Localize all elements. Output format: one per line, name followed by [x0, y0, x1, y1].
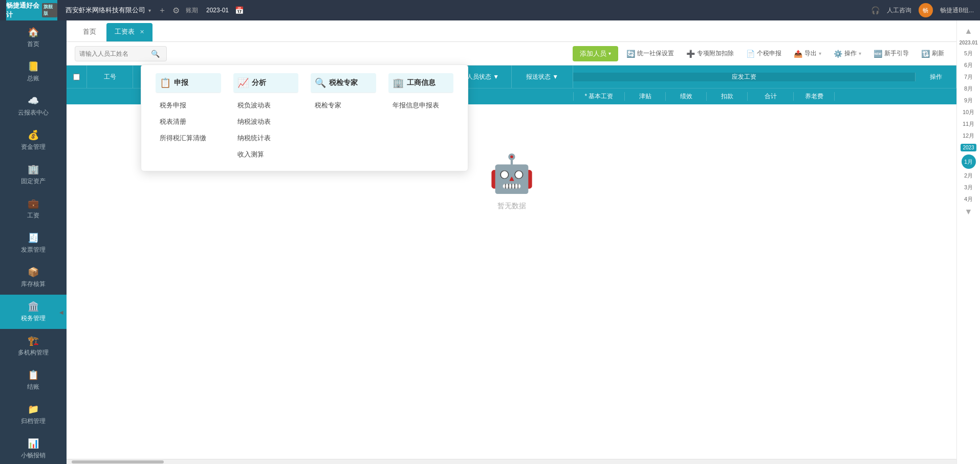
panel-down-arrow[interactable]: ▼ [963, 205, 975, 218]
sidebar-label-archive: 归档管理 [21, 417, 46, 426]
sidebar-label-fund: 资金管理 [21, 143, 46, 151]
sidebar-item-close-accounts[interactable]: 📋 结账 [0, 363, 67, 397]
th-checkbox[interactable] [67, 65, 87, 88]
popup-item-tax-expert[interactable]: 税检专家 [311, 97, 376, 114]
popup-item-income-calc[interactable]: 收入测算 [233, 146, 299, 163]
chevron-down-icon: ▾ [148, 8, 151, 13]
content-area: 首页 工资表 ✕ 🔍 添加人员 ▾ 🔄 统一社保设置 [67, 20, 956, 464]
sidebar-item-multi-org[interactable]: 🏗️ 多机构管理 [0, 329, 67, 363]
sidebar-item-archive[interactable]: 📁 归档管理 [0, 397, 67, 432]
popup-section-business: 🏢 工商信息 年报信息申报表 [382, 73, 460, 163]
fund-icon: 💰 [28, 129, 39, 141]
guide-btn[interactable]: 🆕 新手引导 [869, 47, 913, 60]
scrollbar[interactable] [67, 459, 956, 464]
popup-item-income-tax-clear[interactable]: 所得税汇算清缴 [156, 130, 221, 146]
help-label[interactable]: 人工咨询 [887, 6, 911, 15]
close-accounts-icon: 📋 [28, 369, 39, 381]
sidebar-label-assets: 固定资产 [21, 177, 46, 186]
month-2[interactable]: 2月 [957, 170, 980, 182]
month-11[interactable]: 11月 [957, 118, 980, 130]
top-bar-right: 🎧 人工咨询 畅 畅捷通B组... [871, 3, 974, 17]
popup-item-tax-declare[interactable]: 税务申报 [156, 97, 221, 114]
sidebar-item-fund[interactable]: 💰 资金管理 [0, 123, 67, 158]
sidebar-item-inventory[interactable]: 📦 库存核算 [0, 260, 67, 295]
export-btn[interactable]: 📤 导出 ▾ [790, 47, 825, 60]
declare-icon: 📋 [160, 77, 171, 89]
popup-item-tax-burden[interactable]: 税负波动表 [233, 97, 299, 114]
unified-social-security-btn[interactable]: 🔄 统一社保设置 [622, 47, 678, 60]
top-bar: 畅捷通好会计 旗舰版 西安虾米网络科技有限公司 ▾ ＋ ⚙ 账期 2023-01… [0, 0, 980, 20]
app-logo: 畅捷通好会计 旗舰版 [6, 0, 57, 20]
user-name[interactable]: 畅捷通B组... [940, 6, 974, 15]
popup-item-tax-stats[interactable]: 纳税统计表 [233, 130, 299, 146]
month-6[interactable]: 6月 [957, 59, 980, 71]
business-icon: 🏢 [393, 77, 404, 89]
popup-section-expert: 🔍 税检专家 税检专家 [304, 73, 382, 163]
settings-icon[interactable]: ⚙ [172, 6, 180, 15]
ledger-icon: 📒 [28, 61, 39, 72]
popup-section-title-business: 🏢 工商信息 [388, 73, 454, 93]
sidebar-label-home: 首页 [27, 40, 39, 49]
add-icon[interactable]: ＋ [158, 5, 166, 16]
popup-item-annual-report[interactable]: 年报信息申报表 [388, 97, 454, 114]
operation-btn[interactable]: ⚙️ 操作 ▾ [830, 47, 865, 60]
sidebar-label-close-accounts: 结账 [27, 383, 39, 391]
sidebar-label-inventory: 库存核算 [21, 280, 46, 289]
month-12[interactable]: 12月 [957, 130, 980, 142]
analysis-icon: 📈 [237, 77, 249, 89]
th-op: 操作 [916, 65, 956, 88]
sidebar-label-multi-org: 多机构管理 [18, 348, 49, 357]
individual-tax-icon: 📄 [746, 50, 755, 58]
social-security-icon: 🔄 [626, 50, 635, 58]
sidebar-item-assets[interactable]: 🏢 固定资产 [0, 158, 67, 192]
month-9[interactable]: 9月 [957, 95, 980, 106]
month-7[interactable]: 7月 [957, 71, 980, 83]
month-4[interactable]: 4月 [957, 193, 980, 205]
sidebar-item-expense[interactable]: 📊 小畅报销 [0, 432, 67, 464]
popup-item-tax-form[interactable]: 税表清册 [156, 114, 221, 130]
special-deduction-btn[interactable]: ➕ 专项附加扣除 [682, 47, 738, 60]
tab-home[interactable]: 首页 [75, 23, 104, 41]
popup-item-tax-payment[interactable]: 纳税波动表 [233, 114, 299, 130]
scroll-thumb[interactable] [72, 460, 164, 463]
month-5[interactable]: 5月 [957, 48, 980, 59]
top-bar-actions: ＋ ⚙ 账期 2023-01 📅 [158, 5, 244, 16]
archive-icon: 📁 [28, 404, 39, 415]
th-report-status: 报送状态 ▼ [512, 65, 573, 88]
sidebar-item-invoice[interactable]: 🧾 发票管理 [0, 226, 67, 260]
refresh-icon: 🔃 [921, 50, 930, 58]
add-person-button[interactable]: 添加人员 ▾ [573, 46, 618, 61]
dropdown-popup: 📋 申报 税务申报 税表清册 所得税汇算清缴 📈 分析 税负波动表 纳税波动表 … [141, 64, 468, 171]
guide-toolbar-icon: 🆕 [874, 50, 882, 58]
tab-salary[interactable]: 工资表 ✕ [106, 23, 153, 41]
sidebar-item-home[interactable]: 🏠 首页 [0, 20, 67, 55]
month-10[interactable]: 10月 [957, 106, 980, 118]
month-3[interactable]: 3月 [957, 182, 980, 193]
sidebar-item-ledger[interactable]: 📒 总账 [0, 55, 67, 89]
export-chevron-icon: ▾ [819, 51, 821, 56]
calendar-icon[interactable]: 📅 [235, 6, 244, 14]
sidebar-item-salary[interactable]: 💼 工资 [0, 192, 67, 226]
multi-org-icon: 🏗️ [28, 335, 39, 346]
search-input[interactable] [79, 50, 151, 57]
month-8[interactable]: 8月 [957, 83, 980, 95]
right-panel: ▲ 2023.01 5月 6月 7月 8月 9月 10月 11月 12月 202… [956, 20, 980, 464]
individual-tax-btn[interactable]: 📄 个税申报 [742, 47, 786, 60]
expense-icon: 📊 [28, 438, 39, 449]
month-1-active[interactable]: 1月 [962, 154, 976, 169]
th-id: 工号 [87, 65, 133, 88]
sidebar-item-cloud-report[interactable]: ☁️ 云报表中心 [0, 89, 67, 123]
cloud-icon: ☁️ [28, 95, 39, 106]
select-all-checkbox[interactable] [73, 74, 80, 80]
search-icon: 🔍 [151, 50, 160, 58]
th-pension: 养老费 [794, 92, 835, 101]
sidebar-label-salary: 工资 [27, 211, 39, 220]
popup-section-title-expert: 🔍 税检专家 [311, 73, 376, 93]
refresh-btn[interactable]: 🔃 刷新 [917, 47, 948, 60]
tab-close-icon[interactable]: ✕ [140, 29, 144, 35]
special-deduction-icon: ➕ [686, 50, 695, 58]
company-selector[interactable]: 西安虾米网络科技有限公司 ▾ [66, 6, 151, 15]
sidebar-item-tax[interactable]: 🏛️ 税务管理 ◀ [0, 295, 67, 329]
panel-up-arrow[interactable]: ▲ [963, 25, 975, 38]
sidebar-label-invoice: 发票管理 [21, 246, 46, 254]
